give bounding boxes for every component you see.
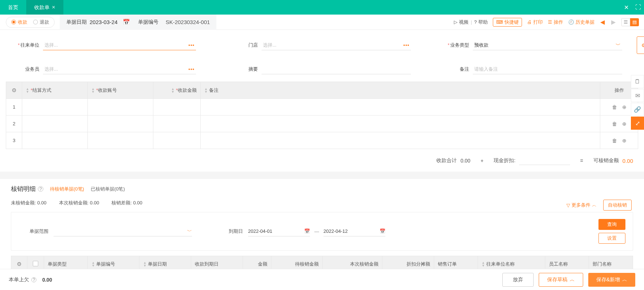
col-settle[interactable]: ▲▼*结算方式 xyxy=(22,82,88,99)
siderail-attachment-icon[interactable]: 🔗 xyxy=(631,103,644,116)
table-row[interactable]: 2 🗑⊕ xyxy=(6,115,638,132)
info-icon[interactable]: ? xyxy=(38,186,43,192)
owe-value: 0.00 xyxy=(42,277,52,283)
col-remark[interactable]: ▲▼备注 xyxy=(201,82,600,99)
delete-row-icon[interactable]: 🗑 xyxy=(612,121,617,127)
writeoff-grid: ⚙ 单据类型 ▲▼单据编号 ▲▼单据日期 收款到期日 金额 待核销金额 本次核销… xyxy=(11,256,633,269)
table-row[interactable]: 3 🗑⊕ xyxy=(6,132,638,149)
wo-col-this[interactable]: 本次核销金额 xyxy=(323,256,382,269)
wo-col-due[interactable]: 收款到期日 xyxy=(191,256,243,269)
wo-select-all[interactable] xyxy=(27,256,44,269)
shortcut-pill[interactable]: ⌨ 快捷键 xyxy=(493,18,522,27)
tab-done-writeoff[interactable]: 已核销单据(0笔) xyxy=(91,186,125,192)
save-and-new-button[interactable]: 保存&新增︿ xyxy=(588,273,635,287)
plus-sign: + xyxy=(480,158,483,164)
summary-input[interactable] xyxy=(262,64,411,74)
chevron-up-icon: ︿ xyxy=(570,277,575,283)
fullscreen-icon[interactable]: ⛶ xyxy=(635,4,641,11)
cell-account[interactable] xyxy=(88,115,153,132)
wo-col-emp[interactable]: 员工名称 xyxy=(545,256,589,269)
lookup-icon[interactable]: ••• xyxy=(403,42,409,48)
search-button[interactable]: 查询 xyxy=(598,219,625,230)
remark-input[interactable]: 请输入备注 xyxy=(473,64,622,74)
cell-remark[interactable] xyxy=(201,132,600,149)
cell-amount[interactable] xyxy=(153,99,201,115)
date-from-input[interactable]: 2022-04-01 📅 xyxy=(248,226,310,236)
wo-col-pending[interactable]: 待核销金额 xyxy=(271,256,323,269)
store-placeholder: 选择... xyxy=(263,42,276,48)
cell-remark[interactable] xyxy=(201,115,600,132)
calendar-icon[interactable]: 📅 xyxy=(304,228,310,234)
wo-col-code[interactable]: ▲▼单据编号 xyxy=(88,256,140,269)
discard-button[interactable]: 放弃 xyxy=(502,273,534,287)
wo-col-date[interactable]: ▲▼单据日期 xyxy=(140,256,191,269)
next-doc-icon[interactable]: ▶ xyxy=(610,19,616,26)
more-conditions-toggle[interactable]: ▽ 更多条件 ︿ xyxy=(566,202,597,208)
date-to-input[interactable]: 2022-04-12 📅 xyxy=(323,226,385,236)
lookup-icon[interactable]: ••• xyxy=(188,42,195,48)
info-icon[interactable]: ? xyxy=(31,277,36,282)
add-row-icon[interactable]: ⊕ xyxy=(622,138,627,144)
toolbar-right: ▷ 视频 | ? 帮助 ⌨ 快捷键 🖨 打印 ☰ 操作 🕘 历史单据 ◀ ▶ ☰… xyxy=(454,18,639,27)
calendar-icon[interactable]: 📅 xyxy=(380,228,385,234)
cell-account[interactable] xyxy=(88,99,153,115)
calendar-icon[interactable]: 📅 xyxy=(123,19,130,26)
siderail-note-icon[interactable]: 🗒 xyxy=(631,75,644,88)
window-close-icon[interactable]: ✕ xyxy=(624,4,629,11)
discount-input[interactable] xyxy=(519,156,570,165)
tab-home[interactable]: 首页 xyxy=(0,0,26,15)
col-account[interactable]: ▲▼*收款账号 xyxy=(88,82,153,99)
doc-date-value[interactable]: 2023-03-24 xyxy=(90,19,118,25)
view-mode-list[interactable]: ☰ xyxy=(621,18,630,26)
add-row-icon[interactable]: ⊕ xyxy=(622,121,627,127)
salesman-input[interactable]: 选择... ••• xyxy=(43,64,196,74)
col-amount[interactable]: ▲▼*收款金额 xyxy=(153,82,201,99)
sort-icon: ▲▼ xyxy=(171,87,174,93)
video-link[interactable]: ▷ 视频 | ? 帮助 xyxy=(454,19,488,26)
lookup-icon[interactable]: ••• xyxy=(188,66,195,72)
radio-refund[interactable]: 退款 xyxy=(30,19,52,26)
add-row-icon[interactable]: ⊕ xyxy=(622,104,627,110)
cell-amount[interactable] xyxy=(153,115,201,132)
tab-receipt[interactable]: 收款单 ✕ xyxy=(26,0,63,15)
wo-col-type[interactable]: 单据类型 xyxy=(44,256,88,269)
wo-col-amount[interactable]: 金额 xyxy=(243,256,271,269)
cell-settle[interactable] xyxy=(22,132,88,149)
close-icon[interactable]: ✕ xyxy=(52,0,55,15)
cell-settle[interactable] xyxy=(22,99,88,115)
partner-input[interactable]: 选择... ••• xyxy=(43,40,196,50)
wo-grid-settings[interactable]: ⚙ xyxy=(11,256,27,269)
grid-settings-header[interactable]: ⚙ xyxy=(6,82,22,99)
history-action[interactable]: 🕘 历史单据 xyxy=(568,19,594,26)
operate-action[interactable]: ☰ 操作 xyxy=(548,19,563,26)
siderail-message-icon[interactable]: ✉ xyxy=(631,89,644,102)
table-row[interactable]: 1 🗑⊕ xyxy=(6,99,638,115)
mode-radio-group: 收款 退款 xyxy=(6,17,55,28)
payment-grid: ⚙ ▲▼*结算方式 ▲▼*收款账号 ▲▼*收款金额 ▲▼备注 操作 1 🗑⊕ xyxy=(6,82,638,149)
siderail-expand-icon[interactable]: ⤢ xyxy=(631,117,644,130)
cell-account[interactable] xyxy=(88,132,153,149)
scope-select[interactable]: ﹀ xyxy=(54,226,192,236)
cell-amount[interactable] xyxy=(153,132,201,149)
radio-receive[interactable]: 收款 xyxy=(8,19,30,26)
cell-settle[interactable] xyxy=(22,115,88,132)
prev-doc-icon[interactable]: ◀ xyxy=(600,19,605,26)
save-draft-button[interactable]: 保存草稿︿ xyxy=(539,273,583,287)
wo-col-dept[interactable]: 部门名称 xyxy=(589,256,633,269)
sort-icon: ▲▼ xyxy=(204,87,208,93)
tab-pending-writeoff[interactable]: 待核销单据(0笔) xyxy=(50,186,84,192)
filter-settings-button[interactable]: 设置 xyxy=(598,233,625,244)
wo-col-share[interactable]: 折扣分摊额 xyxy=(382,256,434,269)
wo-col-order[interactable]: 销售订单 xyxy=(434,256,478,269)
delete-row-icon[interactable]: 🗑 xyxy=(612,104,617,110)
biztype-select[interactable]: 预收款 ﹀ xyxy=(473,40,622,50)
store-input[interactable]: 选择... ••• xyxy=(262,40,411,50)
chevron-down-icon: ﹀ xyxy=(187,228,192,235)
auto-writeoff-button[interactable]: 自动核销 xyxy=(603,200,632,211)
print-action[interactable]: 🖨 打印 xyxy=(527,19,543,26)
cell-remark[interactable] xyxy=(201,99,600,115)
wo-col-partner[interactable]: ▲▼往来单位名称 xyxy=(478,256,545,269)
chevron-down-icon[interactable]: ﹀ xyxy=(616,42,621,48)
delete-row-icon[interactable]: 🗑 xyxy=(612,138,617,144)
radio-dot-icon xyxy=(11,20,16,24)
